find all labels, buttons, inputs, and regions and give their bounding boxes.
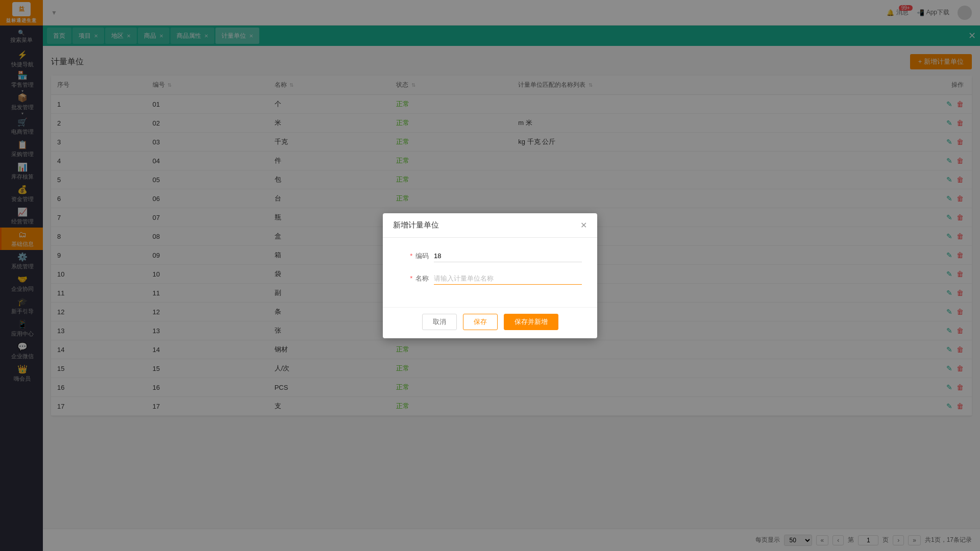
add-unit-modal: 新增计量单位 ✕ * 编码 * 名称 取消 保存 保存并新增 — [383, 213, 597, 338]
modal-body: * 编码 * 名称 — [383, 238, 597, 307]
code-label: * 编码 — [398, 252, 429, 261]
modal-title: 新增计量单位 — [393, 220, 439, 230]
form-row-code: * 编码 — [398, 250, 582, 262]
modal-overlay: 新增计量单位 ✕ * 编码 * 名称 取消 保存 保存并新增 — [0, 0, 980, 551]
save-new-button[interactable]: 保存并新增 — [504, 314, 558, 330]
save-button[interactable]: 保存 — [463, 314, 498, 330]
name-input[interactable] — [434, 272, 582, 285]
modal-header: 新增计量单位 ✕ — [383, 213, 597, 238]
cancel-button[interactable]: 取消 — [422, 314, 457, 330]
modal-footer: 取消 保存 保存并新增 — [383, 307, 597, 338]
name-label: * 名称 — [398, 274, 429, 283]
modal-close-button[interactable]: ✕ — [580, 220, 587, 230]
form-row-name: * 名称 — [398, 272, 582, 285]
code-input[interactable] — [434, 250, 582, 262]
